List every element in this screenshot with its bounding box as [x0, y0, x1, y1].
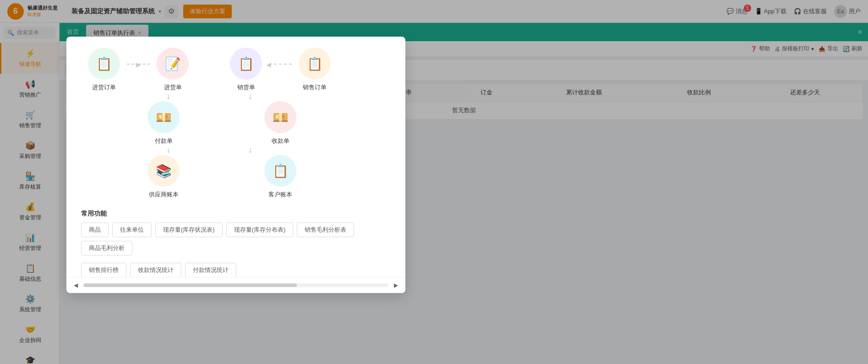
func-buttons-row2: 销售排行榜收款情况统计付款情况统计	[81, 263, 236, 277]
payment-circle: 💴	[147, 101, 180, 133]
func-btn-3[interactable]: 现存量(库存分布表)	[226, 223, 294, 237]
flow-supplier-ledger[interactable]: 📚 供应商账本	[141, 155, 186, 199]
payment-icon: 💴	[156, 110, 172, 125]
purchase-order-circle: 📋	[88, 48, 120, 80]
flow-purchase-bill[interactable]: 📝 进货单	[150, 48, 196, 92]
flow-sales-order[interactable]: 📋 销售订单	[292, 48, 338, 92]
flow-customer-ledger[interactable]: 📋 客户账本	[257, 155, 303, 199]
popup-dialog: 📋 进货订单 ▶ 📝	[66, 37, 405, 293]
arrow-down-payment: ↓	[81, 92, 196, 101]
scrollbar-thumb	[83, 283, 297, 287]
flow-row-supplier: 📚 供应商账本	[90, 155, 186, 199]
customer-ledger-circle: 📋	[264, 155, 296, 187]
flow-row-top-right: 📋 销货单 ◀ 📋	[223, 48, 338, 92]
flow-row-payment: 💴 付款单	[90, 101, 186, 145]
receipt-icon: 💴	[273, 110, 289, 125]
func-btn-r2-2[interactable]: 付款情况统计	[185, 263, 236, 277]
flow-right-col: 📋 销货单 ◀ 📋	[223, 48, 338, 199]
scroll-left-icon[interactable]: ◀	[72, 281, 80, 289]
flow-row-receipt: 💴 收款单	[257, 101, 303, 145]
func-btn-r2-1[interactable]: 收款情况统计	[130, 263, 181, 277]
func-btn-4[interactable]: 销售毛利分析表	[297, 223, 354, 237]
popup-scrollbar: ◀ ▶	[66, 277, 405, 293]
func-btn-5[interactable]: 商品毛利分析	[81, 241, 132, 255]
purchase-order-icon: 📋	[96, 56, 112, 71]
func-btn-2[interactable]: 现存量(库存状况表)	[155, 223, 223, 237]
sales-bill-label: 销货单	[237, 83, 255, 92]
arrow-h-1: ▶	[127, 64, 150, 65]
flow-row-1: 📋 进货订单 ▶ 📝	[81, 48, 391, 199]
flow-row-customer: 📋 客户账本	[257, 155, 303, 199]
flow-payment[interactable]: 💴 付款单	[141, 101, 186, 145]
flow-left-col: 📋 进货订单 ▶ 📝	[81, 48, 196, 199]
flow-sales-bill[interactable]: 📋 销货单	[223, 48, 269, 92]
func-buttons-row1: 商品往来单位现存量(库存状况表)现存量(库存分布表)销售毛利分析表商品毛利分析销…	[81, 223, 391, 277]
customer-ledger-icon: 📋	[273, 163, 289, 179]
sales-order-circle: 📋	[299, 48, 331, 80]
purchase-bill-icon: 📝	[165, 56, 181, 71]
func-buttons-row1: 商品往来单位现存量(库存状况表)现存量(库存分布表)销售毛利分析表商品毛利分析	[81, 223, 391, 255]
sales-order-label: 销售订单	[303, 83, 327, 92]
arrow-down-customer: ↓	[223, 145, 338, 155]
supplier-ledger-circle: 📚	[147, 155, 180, 187]
sales-order-icon: 📋	[307, 56, 323, 71]
purchase-order-label: 进货订单	[92, 83, 116, 92]
arrow-down-supplier: ↓	[81, 145, 196, 155]
popup-content: 📋 进货订单 ▶ 📝	[66, 37, 405, 277]
purchase-bill-label: 进货单	[164, 83, 182, 92]
scroll-right-icon[interactable]: ▶	[392, 281, 400, 289]
receipt-label: 收款单	[272, 137, 289, 145]
func-btn-r2-0[interactable]: 销售排行榜	[81, 263, 126, 277]
purchase-bill-circle: 📝	[157, 48, 189, 80]
flow-receipt[interactable]: 💴 收款单	[257, 101, 303, 145]
scrollbar-track	[83, 283, 388, 287]
arrow-h-2: ◀	[269, 64, 292, 65]
supplier-ledger-label: 供应商账本	[149, 190, 179, 199]
customer-ledger-label: 客户账本	[268, 190, 292, 199]
arrow-down-receipt: ↓	[223, 92, 338, 101]
payment-label: 付款单	[155, 137, 173, 145]
flow-purchase-order[interactable]: 📋 进货订单	[81, 48, 127, 92]
sales-bill-icon: 📋	[238, 56, 254, 71]
supplier-ledger-icon: 📚	[156, 163, 172, 179]
flow-row-top-left: 📋 进货订单 ▶ 📝	[81, 48, 196, 92]
func-btn-0[interactable]: 商品	[81, 223, 109, 237]
receipt-circle: 💴	[264, 101, 296, 133]
func-btn-1[interactable]: 往来单位	[112, 223, 152, 237]
common-functions-title: 常用功能	[81, 210, 391, 218]
popup-overlay[interactable]: 📋 进货订单 ▶ 📝	[0, 0, 868, 364]
flow-section: 📋 进货订单 ▶ 📝	[81, 48, 391, 199]
sales-bill-circle: 📋	[230, 48, 262, 80]
